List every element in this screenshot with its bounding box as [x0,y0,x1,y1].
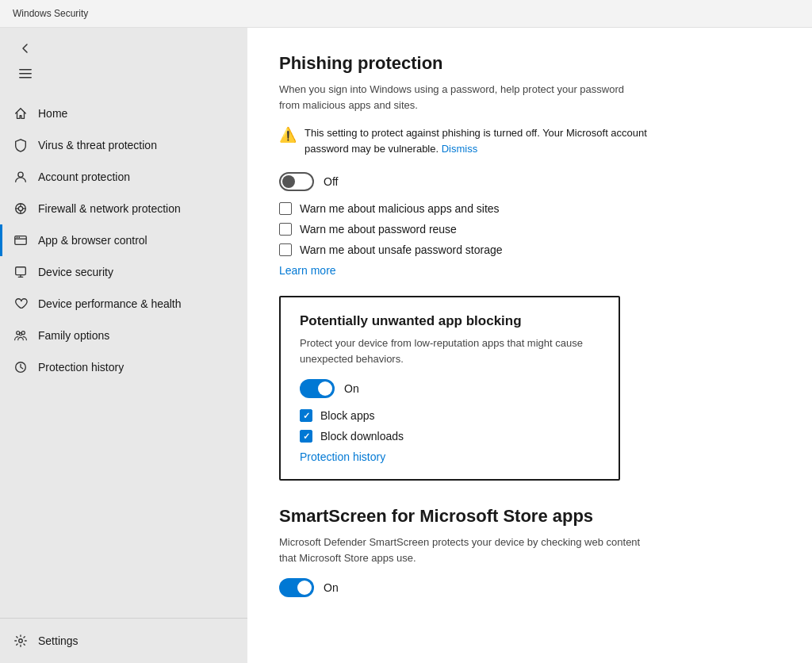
account-icon [13,169,29,185]
app-title: Windows Security [13,8,88,19]
pua-title: Potentially unwanted app blocking [300,313,599,329]
svg-point-3 [18,172,23,177]
svg-point-5 [18,206,22,210]
checkbox-block-apps-label: Block apps [320,409,374,422]
smartscreen-title: SmartScreen for Microsoft Store apps [279,506,780,527]
sidebar-item-history-label: Protection history [38,361,124,374]
smartscreen-toggle-label: On [324,581,339,594]
pua-toggle-row: On [300,379,599,398]
sidebar-item-app-browser[interactable]: App & browser control [0,224,247,256]
checkbox-warn-unsafe[interactable] [279,243,292,256]
pua-description: Protect your device from low-reputation … [300,335,599,366]
phishing-toggle[interactable] [279,172,314,191]
pua-toggle-label: On [344,382,359,395]
phishing-title: Phishing protection [279,53,780,74]
checkbox-warn-malicious-row: Warn me about malicious apps and sites [279,202,780,215]
phishing-description: When you sign into Windows using a passw… [279,82,644,113]
sidebar: Home Virus & threat protection [0,28,247,663]
sidebar-item-virus-label: Virus & threat protection [38,139,157,151]
sidebar-item-device-security[interactable]: Device security [0,256,247,288]
checkbox-warn-reuse[interactable] [279,223,292,236]
main-content: Phishing protection When you sign into W… [247,28,812,663]
svg-point-19 [19,333,21,335]
smartscreen-toggle-row: On [279,578,780,597]
svg-rect-14 [16,267,26,275]
phishing-toggle-row: Off [279,172,780,191]
svg-rect-0 [19,69,32,71]
checkbox-block-downloads[interactable] [300,430,312,443]
sidebar-item-family[interactable]: Family options [0,320,247,351]
settings-label: Settings [38,634,79,647]
warning-icon: ⚠️ [279,126,297,144]
sidebar-item-firewall-label: Firewall & network protection [38,202,181,215]
back-button[interactable] [13,37,38,59]
sidebar-nav: Home Virus & threat protection [0,98,247,383]
checkbox-block-downloads-row: Block downloads [300,430,599,443]
device-security-icon [13,264,29,280]
hamburger-button[interactable] [13,63,38,85]
settings-icon [13,633,29,649]
hamburger-icon [19,67,32,80]
history-icon [13,359,29,375]
phishing-toggle-label: Off [324,175,338,188]
learn-more-link[interactable]: Learn more [279,264,780,277]
checkbox-block-apps[interactable] [300,409,312,422]
svg-point-12 [17,237,18,239]
checkbox-warn-unsafe-row: Warn me about unsafe password storage [279,243,780,256]
checkbox-warn-reuse-label: Warn me about password reuse [300,223,457,236]
browser-icon [13,232,29,248]
checkbox-warn-reuse-row: Warn me about password reuse [279,223,780,236]
sidebar-item-performance-label: Device performance & health [38,297,182,310]
family-icon [13,328,29,343]
dismiss-link[interactable]: Dismiss [442,143,478,155]
checkbox-warn-malicious-label: Warn me about malicious apps and sites [300,202,500,215]
sidebar-item-family-label: Family options [38,329,109,342]
svg-rect-2 [19,77,32,79]
pua-toggle[interactable] [300,379,335,398]
sidebar-item-device-security-label: Device security [38,266,113,278]
smartscreen-section: SmartScreen for Microsoft Store apps Mic… [279,506,780,597]
sidebar-item-settings[interactable]: Settings [0,625,247,657]
checkbox-block-downloads-label: Block downloads [320,430,404,443]
sidebar-item-app-label: App & browser control [38,234,147,247]
checkbox-warn-malicious[interactable] [279,202,292,215]
sidebar-item-virus-threat[interactable]: Virus & threat protection [0,129,247,161]
pua-protection-history-link[interactable]: Protection history [300,450,599,463]
title-bar: Windows Security [0,0,812,28]
smartscreen-description: Microsoft Defender SmartScreen protects … [279,535,644,565]
warning-text: This setting to protect against phishing… [304,127,647,155]
firewall-icon [13,201,29,217]
home-icon [13,105,29,121]
back-icon [19,42,32,55]
svg-point-13 [18,237,20,239]
pua-section: Potentially unwanted app blocking Protec… [279,296,620,481]
smartscreen-toggle[interactable] [279,578,314,597]
shield-icon [13,137,29,153]
svg-rect-1 [19,73,32,75]
health-icon [13,296,29,312]
svg-point-21 [19,639,23,643]
warning-banner: ⚠️ This setting to protect against phish… [279,125,676,156]
sidebar-item-device-performance[interactable]: Device performance & health [0,288,247,320]
sidebar-item-account-label: Account protection [38,171,130,183]
sidebar-item-protection-history[interactable]: Protection history [0,351,247,383]
checkbox-block-apps-row: Block apps [300,409,599,422]
phishing-section: Phishing protection When you sign into W… [279,53,780,277]
sidebar-item-home-label: Home [38,107,67,120]
sidebar-item-account[interactable]: Account protection [0,161,247,193]
checkbox-warn-unsafe-label: Warn me about unsafe password storage [300,243,503,256]
sidebar-item-home[interactable]: Home [0,98,247,129]
sidebar-item-firewall[interactable]: Firewall & network protection [0,193,247,224]
